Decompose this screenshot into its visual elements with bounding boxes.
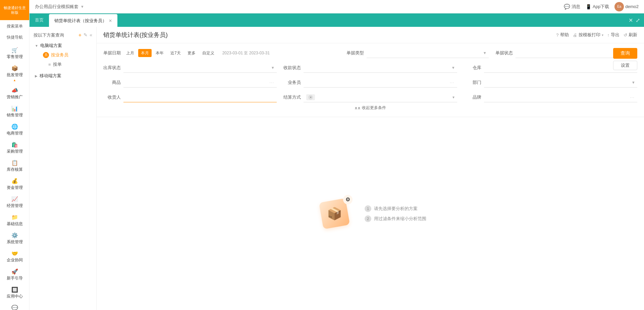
sidebar-item-sales[interactable]: 📊 销售管理 xyxy=(0,103,29,121)
tab-close-button[interactable]: ✕ xyxy=(109,18,112,23)
action-buttons: 查询 设置 xyxy=(613,48,637,70)
sidebar-item-system[interactable]: ⚙️ 系统管理 xyxy=(0,229,29,248)
help-button[interactable]: ? 帮助 xyxy=(556,32,569,38)
empty-decorative-icon: ⚙ xyxy=(343,195,353,204)
hint-2-text: 用过滤条件来缩小分析范围 xyxy=(374,216,426,222)
message-icon: 💬 xyxy=(564,4,570,10)
sidebar-item-beginner[interactable]: 🚀 新手引导 xyxy=(0,266,29,284)
collapse-up-icon: ∧∧ xyxy=(355,106,361,110)
collapse-label: 收起更多条件 xyxy=(362,105,386,111)
sidebar-item-retail[interactable]: 🛒 零售管理 xyxy=(0,44,29,62)
refresh-button[interactable]: ↺ 刷新 xyxy=(624,32,637,38)
filter-receiver: 收货人 xyxy=(103,92,277,102)
doc-status-label: 单据状态 xyxy=(495,50,516,56)
system-icon: ⚙️ xyxy=(11,232,18,239)
salesperson-select[interactable]: ··· xyxy=(304,78,457,88)
sidebar-item-label-sales: 销售管理 xyxy=(7,112,23,118)
export-button[interactable]: ↑ 导出 xyxy=(607,32,620,38)
doc-type-select[interactable]: ▾ xyxy=(367,48,488,58)
settlement-label: 结算方式 xyxy=(283,94,304,100)
product-select[interactable]: ··· xyxy=(123,78,277,88)
setting-button[interactable]: 设置 xyxy=(613,61,637,70)
settlement-tag-x[interactable]: × xyxy=(308,95,313,100)
date-more-button[interactable]: 更多 xyxy=(185,49,198,57)
date-7days-button[interactable]: 近7天 xyxy=(168,49,183,57)
template-print-button[interactable]: 🖨 按模板打印 ▾ xyxy=(573,32,603,38)
edit-scheme-button[interactable]: ✎ xyxy=(84,32,88,38)
brand-select[interactable]: ··· xyxy=(484,92,637,102)
sidebar-item-label-finance: 资金管理 xyxy=(7,185,23,191)
collapse-panel-button[interactable]: « xyxy=(90,32,92,38)
window-close-button[interactable]: ✕ xyxy=(629,17,633,23)
date-this-month-button[interactable]: 本月 xyxy=(138,49,152,57)
query-button[interactable]: 查询 xyxy=(613,48,637,59)
filter-row-3: 商品 ··· 业务员 ··· xyxy=(103,78,637,88)
left-panel: 按以下方案查询 + ✎ « ▼ 电脑端方案 员 按业务员 ≡ xyxy=(30,27,97,310)
sidebar-item-wechat[interactable]: 💬 企业微信 xyxy=(0,302,29,310)
quick-nav-label[interactable]: 快捷导航 xyxy=(0,33,29,42)
right-content: 销货单统计表(按业务员) ? 帮助 🖨 按模板打印 ▾ ↑ 导出 xyxy=(97,27,644,310)
base-icon: 📁 xyxy=(11,214,18,220)
date-custom-button[interactable]: 自定义 xyxy=(200,49,217,57)
sidebar-item-base[interactable]: 📁 基础信息 xyxy=(0,211,29,229)
search-menu-label[interactable]: 搜索菜单 xyxy=(7,24,23,29)
wechat-icon: 💬 xyxy=(11,305,18,310)
filter-salesperson: 业务员 ··· xyxy=(283,78,457,88)
sidebar-item-finance[interactable]: 💰 资金管理 xyxy=(0,175,29,193)
filter-payment-status: 收款状态 ▾ xyxy=(283,63,457,73)
tree-pc-section[interactable]: ▼ 电脑端方案 xyxy=(32,41,94,50)
sidebar-search[interactable]: 搜索菜单 xyxy=(0,20,29,31)
tab-home[interactable]: 首页 xyxy=(30,13,49,27)
message-button[interactable]: 💬 消息 xyxy=(564,4,580,10)
sidebar-item-operation[interactable]: 📈 经营管理 xyxy=(0,193,29,211)
sidebar-item-label-operation: 经营管理 xyxy=(7,203,23,209)
hint-1-text: 请先选择要分析的方案 xyxy=(374,206,418,212)
tree-child-salesperson[interactable]: 员 按业务员 xyxy=(32,50,94,60)
filter-product: 商品 ··· xyxy=(103,78,277,88)
sidebar-item-label-wholesale: 批发管理 xyxy=(7,72,23,78)
sidebar-item-ecommerce[interactable]: 🌐 电商管理 xyxy=(0,121,29,139)
collapse-row: ∧∧ 收起更多条件 xyxy=(103,102,637,112)
date-picker-row: 上月 本月 本年 近7天 更多 自定义 2023-03-01 至 2023-03… xyxy=(123,49,270,57)
tree-section: ▼ 电脑端方案 员 按业务员 ≡ 按单 ▶ 移动端方案 xyxy=(30,41,96,81)
sidebar-item-enterprise[interactable]: 🤝 企业协同 xyxy=(0,248,29,266)
app-download-label: App下载 xyxy=(593,4,609,10)
app-download-button[interactable]: 📱 App下载 xyxy=(586,4,609,10)
date-last-month-button[interactable]: 上月 xyxy=(123,49,137,57)
beginner-icon: 🚀 xyxy=(11,268,18,275)
sidebar-item-apps[interactable]: 🔲 应用中心 xyxy=(0,284,29,302)
date-this-year-button[interactable]: 本年 xyxy=(153,49,166,57)
retail-icon: 🛒 xyxy=(11,47,18,53)
tree-grandchild-by-order[interactable]: ≡ 按单 xyxy=(32,60,94,69)
add-scheme-button[interactable]: + xyxy=(78,32,82,38)
salesperson-scheme-label: 按业务员 xyxy=(51,52,68,58)
payment-status-select[interactable]: ▾ xyxy=(304,63,457,73)
settlement-tags: × ▾ xyxy=(304,92,457,102)
receiver-input[interactable] xyxy=(123,92,277,102)
sidebar-item-wholesale[interactable]: 📦 批发管理 ▲ xyxy=(0,62,29,85)
sidebar-item-marketing[interactable]: 📣 营销推广 xyxy=(0,85,29,103)
settlement-dropdown-icon[interactable]: ▾ xyxy=(452,95,454,100)
topbar-dropdown-icon[interactable]: ▾ xyxy=(81,4,84,9)
hint-1-num: 1 xyxy=(365,205,371,212)
tree-mobile-section[interactable]: ▶ 移动端方案 xyxy=(32,71,94,81)
tab-sales-stat[interactable]: 销货单统计表（按业务员） ✕ xyxy=(49,14,117,28)
filter-warehouse: 仓库 ··· xyxy=(464,63,637,73)
tab-home-label: 首页 xyxy=(35,17,44,23)
finance-icon: 💰 xyxy=(11,178,18,184)
by-order-icon: ≡ xyxy=(48,62,51,67)
sidebar-item-label-retail: 零售管理 xyxy=(7,54,23,60)
topbar: 办公用品行业模拟账套 ▾ 💬 消息 📱 App下载 Ea demo2 xyxy=(30,0,644,13)
collapse-button[interactable]: ∧∧ 收起更多条件 xyxy=(355,105,386,111)
template-print-dropdown-icon: ▾ xyxy=(602,33,603,37)
user-menu[interactable]: Ea demo2 xyxy=(614,2,639,11)
topbar-left: 办公用品行业模拟账套 ▾ xyxy=(35,4,84,10)
sidebar-item-inventory[interactable]: 📋 库存核算 xyxy=(0,157,29,175)
out-status-select[interactable]: ▾ xyxy=(123,63,277,73)
window-maximize-button[interactable]: ⤢ xyxy=(636,17,640,23)
pc-section-arrow: ▼ xyxy=(35,44,38,48)
sales-icon: 📊 xyxy=(11,105,18,112)
department-select[interactable]: ▾ xyxy=(484,78,637,88)
app-logo: 畅捷通好生意 标版 xyxy=(0,0,30,20)
sidebar-item-purchase[interactable]: 🛍️ 采购管理 xyxy=(0,139,29,157)
